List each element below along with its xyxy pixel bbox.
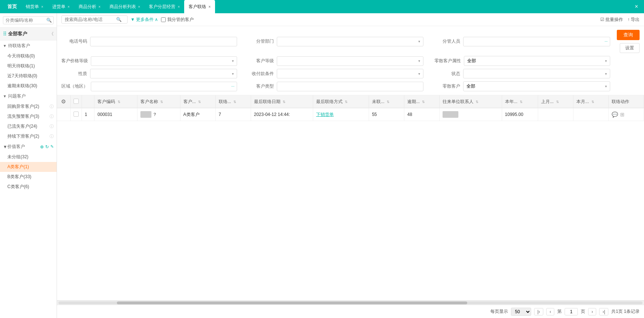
qr-icon[interactable]: ⊞ <box>620 112 625 117</box>
th-overdue[interactable]: 逾期... ⇅ <box>404 95 439 108</box>
export-btn[interactable]: ↑ 导出 <box>627 17 640 23</box>
edit-icon[interactable]: ✎ <box>50 144 54 149</box>
sort-icon: ⇅ <box>118 100 121 104</box>
sort-icon: ⇅ <box>233 100 236 104</box>
close-icon[interactable]: × <box>178 5 180 9</box>
nav-tab-purchase[interactable]: 进货单 × <box>48 0 74 13</box>
td-last-method[interactable]: 下销货单 <box>313 108 369 121</box>
gear-icon[interactable]: ⚙ <box>61 98 66 105</box>
query-button[interactable]: 查询 <box>617 30 640 40</box>
nav-tab-product-list[interactable]: 商品分析列表 × <box>105 0 145 13</box>
sidebar-item-7days[interactable]: 近7天待联络(0) <box>0 71 57 81</box>
sidebar-item-churn-warning[interactable]: 流失预警客户(3) ⓘ <box>0 112 57 121</box>
more-conditions-btn[interactable]: ▼ 更多条件 ∧ <box>130 17 158 23</box>
nav-tab-customer-contact[interactable]: 客户联络 × <box>184 0 215 13</box>
sidebar-item-c-class[interactable]: C类客户(6) <box>0 182 57 192</box>
scroll-thumb[interactable] <box>117 301 467 304</box>
sidebar-item-today[interactable]: 今天待联络(0) <box>0 51 57 61</box>
row-checkbox[interactable] <box>74 112 79 117</box>
prev-page-btn[interactable]: ‹ <box>546 308 554 315</box>
chevron-down-icon: ▾ <box>418 72 420 76</box>
td-check[interactable] <box>70 108 82 121</box>
first-page-btn[interactable]: |‹ <box>534 308 543 315</box>
th-this-month[interactable]: 本月... ⇅ <box>573 95 609 108</box>
sort-icon: ⇅ <box>198 100 201 104</box>
search-box[interactable]: 🔍 <box>61 15 128 24</box>
dots-icon: ⠿ <box>3 31 7 37</box>
sidebar-item-churned[interactable]: 已流失客户(24) ⓘ <box>0 121 57 131</box>
all-customers-header[interactable]: ⠿ 全部客户 《 <box>0 28 57 40</box>
filter-bar: 🔍 ▼ 更多条件 ∧ 我分管的客户 ☑ 批量操作 ↑ 导出 <box>57 13 644 26</box>
group-pending-contact[interactable]: ▼ 待联络客户 <box>0 40 57 51</box>
th-no-contact[interactable]: 未联... ⇅ <box>369 95 404 108</box>
sidebar-item-overdue[interactable]: 逾期未联络(30) <box>0 81 57 91</box>
page-number-input[interactable] <box>565 308 578 315</box>
region-input[interactable]: ··· <box>91 82 237 91</box>
nav-tab-sales[interactable]: 销货单 × <box>21 0 48 13</box>
customer-type-select[interactable] <box>277 82 424 91</box>
th-type[interactable]: 客户... ⇅ <box>180 95 215 108</box>
th-last-date[interactable]: 最后联络日期 ⇅ <box>251 95 313 108</box>
add-group-icon[interactable]: ⊕ <box>40 144 44 149</box>
sidebar-item-b-class[interactable]: B类客户(33) <box>0 172 57 182</box>
th-name[interactable]: 客户名称 ⇅ <box>137 95 180 108</box>
sort-icon: ⇅ <box>160 100 163 104</box>
close-icon[interactable]: × <box>41 5 43 9</box>
person-input[interactable]: ··· <box>463 37 610 46</box>
price-grade-select[interactable]: ▾ <box>91 56 237 66</box>
next-page-btn[interactable]: › <box>588 308 596 315</box>
batch-op-btn[interactable]: ☑ 批量操作 <box>600 17 623 23</box>
table-check-col[interactable] <box>70 95 82 108</box>
horizontal-scrollbar[interactable] <box>57 300 644 305</box>
sidebar-item-tomorrow[interactable]: 明天待联络(1) <box>0 61 57 71</box>
nav-tab-home[interactable]: 首页 <box>3 0 21 13</box>
th-last-month[interactable]: 上月... ⇅ <box>538 95 573 108</box>
nature-select[interactable]: ▾ <box>90 69 237 78</box>
checkbox-icon: ☑ <box>600 17 604 22</box>
close-icon[interactable]: × <box>208 5 211 9</box>
th-code[interactable]: 客户编码 ⇅ <box>94 95 137 108</box>
nav-tab-product-analysis[interactable]: 商品分析 × <box>74 0 105 13</box>
close-icon[interactable]: × <box>138 5 140 9</box>
data-table: ⚙ 客户编码 ⇅ 客户名称 <box>57 95 644 121</box>
page-size-select[interactable]: 50 100 200 <box>511 308 531 316</box>
last-contact-method-link[interactable]: 下销货单 <box>316 112 334 117</box>
phone-input[interactable] <box>90 37 237 46</box>
th-contact-person[interactable]: 往来单位联系人 ⇅ <box>440 95 502 108</box>
collapse-icon[interactable]: 《 <box>49 31 54 37</box>
th-last-method[interactable]: 最后联络方式 ⇅ <box>313 95 369 108</box>
td-index: 1 <box>82 108 94 121</box>
sidebar-item-repurchase-abnormal[interactable]: 回购异常客户(2) ⓘ <box>0 102 57 112</box>
my-customer-filter[interactable]: 我分管的客户 <box>161 17 194 23</box>
dept-select[interactable]: ▾ <box>277 37 424 46</box>
close-all-icon[interactable]: × <box>632 3 641 10</box>
table-scroll[interactable]: ⚙ 客户编码 ⇅ 客户名称 <box>57 95 644 300</box>
info-icon: ⓘ <box>50 124 54 129</box>
refresh-icon[interactable]: ↻ <box>45 144 49 149</box>
sidebar-item-unclassified[interactable]: 未分组(32) <box>0 152 57 162</box>
nav-tab-customer-tier[interactable]: 客户分层经营 × <box>144 0 184 13</box>
customer-grade-select[interactable]: ▾ <box>277 56 424 66</box>
sidebar-item-declining[interactable]: 持续下滑客户(2) ⓘ <box>0 131 57 141</box>
scatter-customer-select[interactable]: 全部 ▾ <box>463 81 610 91</box>
query-btn-col: 查询 设置 <box>610 30 640 53</box>
last-page-btn[interactable]: ›| <box>599 308 608 315</box>
chevron-down-icon: ▾ <box>232 59 234 63</box>
my-customer-checkbox[interactable] <box>161 17 166 22</box>
group-problem-customers[interactable]: ▼ 问题客户 <box>0 91 57 102</box>
scroll-track[interactable] <box>58 301 643 304</box>
payment-select[interactable]: ▾ <box>277 69 424 78</box>
close-icon[interactable]: × <box>68 5 70 9</box>
table-settings-col[interactable]: ⚙ <box>57 95 70 108</box>
th-contact-count[interactable]: 联络... ⇅ <box>215 95 251 108</box>
status-select[interactable]: ▾ <box>463 69 610 78</box>
sidebar-item-a-class[interactable]: A类客户(1) <box>0 162 57 172</box>
search-input[interactable] <box>65 17 116 22</box>
chat-icon[interactable]: 💬 <box>612 112 618 117</box>
scatter-prop-select[interactable]: 全部 ▾ <box>464 56 610 66</box>
close-icon[interactable]: × <box>99 5 101 9</box>
scatter-customer-label: 零散客户 <box>434 83 460 89</box>
th-year-amount[interactable]: 本年... ⇅ <box>502 95 538 108</box>
select-all-checkbox[interactable] <box>74 99 79 104</box>
settings-button[interactable]: 设置 <box>620 43 640 53</box>
